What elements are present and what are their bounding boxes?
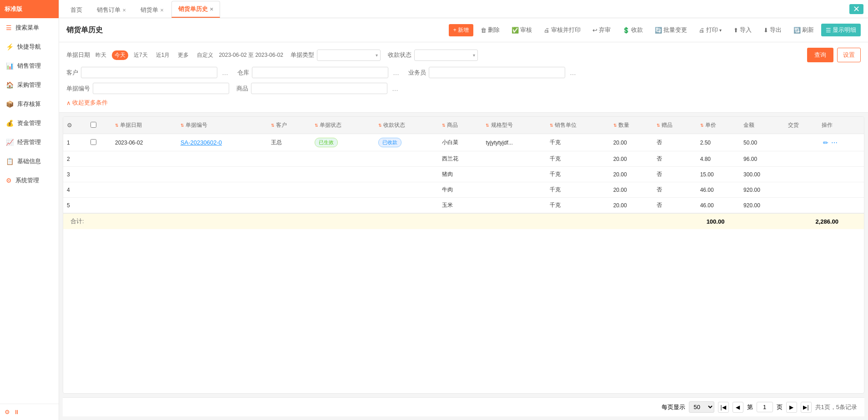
new-button[interactable]: + 新增	[449, 24, 473, 36]
goods-ellipsis-btn[interactable]: …	[390, 85, 400, 92]
tab-sales-delivery[interactable]: 销货单 ✕	[134, 2, 171, 18]
customer-input[interactable]	[81, 67, 217, 78]
cell-checkbox	[87, 182, 111, 198]
sidebar-item-operation[interactable]: 📈 经营管理	[0, 133, 59, 152]
export-button[interactable]: ⬇ 导出	[759, 24, 786, 36]
next-page-button[interactable]: ▶	[786, 402, 797, 413]
sort-unit-price-icon[interactable]: ⇅	[700, 123, 704, 128]
sort-customer-icon[interactable]: ⇅	[271, 123, 275, 128]
collect-button[interactable]: 💲 收款	[618, 24, 647, 36]
show-detail-button[interactable]: ☰ 显示明细	[821, 24, 861, 36]
table-gear-icon[interactable]: ⚙	[67, 122, 72, 129]
date-label: 单据日期	[66, 51, 90, 59]
cell-doc-no	[177, 182, 267, 198]
sort-spec-type-icon[interactable]: ⇅	[486, 123, 489, 128]
sort-quantity-icon[interactable]: ⇅	[613, 123, 617, 128]
select-all-checkbox[interactable]	[90, 122, 96, 128]
export-icon: ⬇	[763, 27, 768, 34]
sidebar-item-finance[interactable]: 💰 资金管理	[0, 114, 59, 133]
cell-unit-price: 4.80	[697, 151, 740, 167]
close-all-tabs-button[interactable]: ✕	[849, 4, 863, 14]
sort-goods-icon[interactable]: ⇅	[442, 123, 446, 128]
data-table: ⚙ ⇅ 单据日期 ⇅ 单据编号 ⇅ 客户 ⇅ 单据状态 ⇅ 收款状态 ⇅ 商品 …	[63, 117, 864, 213]
filter-doc-type-item: 单据类型	[291, 50, 381, 61]
goods-input[interactable]	[251, 83, 387, 94]
first-page-button[interactable]: |◀	[718, 402, 729, 413]
sort-doc-date-icon[interactable]: ⇅	[115, 123, 119, 128]
th-doc-no: ⇅ 单据编号	[177, 117, 267, 134]
batch-change-button[interactable]: 🔄 批量变更	[650, 24, 692, 36]
tab-sales-history[interactable]: 销货单历史 ✕	[171, 1, 220, 18]
sort-doc-no-icon[interactable]: ⇅	[181, 123, 184, 128]
tab-close-sales-history[interactable]: ✕	[210, 7, 213, 12]
collapse-filter-button[interactable]: ∧ 收起更多条件	[66, 99, 861, 107]
warehouse-ellipsis-btn[interactable]: …	[391, 69, 401, 76]
goods-label: 商品	[236, 85, 248, 93]
cell-collect-status	[375, 182, 438, 198]
date-btn-1month[interactable]: 近1月	[153, 50, 173, 60]
query-button[interactable]: 查询	[807, 48, 833, 62]
date-btn-today[interactable]: 今天	[112, 50, 128, 60]
customer-ellipsis-btn[interactable]: …	[220, 69, 230, 76]
th-goods: ⇅ 商品	[438, 117, 482, 134]
date-btn-yesterday[interactable]: 昨天	[93, 50, 109, 60]
sidebar-item-inventory[interactable]: 📦 库存核算	[0, 95, 59, 114]
date-btn-more[interactable]: 更多	[175, 50, 191, 60]
sidebar-item-shortcut[interactable]: ⚡ 快捷导航	[0, 37, 59, 56]
tab-close-sales-delivery[interactable]: ✕	[160, 8, 164, 13]
operation-icon: 📈	[6, 139, 14, 146]
cell-doc-status	[311, 182, 375, 198]
tab-sales-order[interactable]: 销售订单 ✕	[90, 2, 133, 18]
sidebar-item-basic[interactable]: 📋 基础信息	[0, 152, 59, 171]
docno-input[interactable]	[93, 83, 229, 94]
table-footer: 合计: 100.00 2,286.00	[63, 213, 864, 229]
sidebar-toggle-icon[interactable]: ⏸	[14, 409, 20, 415]
sidebar-item-search[interactable]: ☰ 搜索菜单	[0, 18, 59, 37]
sort-collect-status-icon[interactable]: ⇅	[378, 123, 382, 128]
cell-quantity: 20.00	[610, 167, 653, 182]
sidebar-settings-icon[interactable]: ⚙	[5, 409, 10, 415]
row-checkbox[interactable]	[90, 139, 96, 145]
more-action-icon[interactable]: ⋯	[831, 139, 838, 146]
sidebar-item-purchase[interactable]: 🏠 采购管理	[0, 75, 59, 95]
cell-collect-status	[375, 198, 438, 213]
sidebar-item-system[interactable]: ⚙ 系统管理	[0, 171, 59, 190]
doc-no-link[interactable]: SA-20230602-0	[181, 139, 222, 146]
discard-button[interactable]: ↩ 弃审	[588, 24, 615, 36]
cell-unit-price: 2.50	[697, 134, 740, 151]
set-button[interactable]: 设置	[837, 48, 861, 62]
sort-sales-unit-icon[interactable]: ⇅	[550, 123, 553, 128]
staff-ellipsis-btn[interactable]: …	[568, 69, 578, 76]
collect-status-select[interactable]	[414, 50, 478, 61]
page-word: 页	[777, 403, 783, 411]
filter-date-item: 单据日期 昨天 今天 近7天 近1月 更多 自定义 2023-06-02 至 2…	[66, 50, 283, 60]
date-btn-7days[interactable]: 近7天	[131, 50, 151, 60]
refresh-button[interactable]: 🔃 刷新	[789, 24, 818, 36]
print-button[interactable]: 🖨 打印 ▾	[694, 24, 726, 36]
sidebar-item-sales[interactable]: 📊 销售管理	[0, 56, 59, 75]
warehouse-input[interactable]	[252, 67, 388, 78]
review-button[interactable]: ✅ 审核	[507, 24, 537, 36]
edit-action-icon[interactable]: ✏	[823, 139, 828, 146]
doc-type-select[interactable]	[317, 50, 381, 61]
delete-button[interactable]: 🗑 删除	[476, 24, 504, 36]
tab-close-sales-order[interactable]: ✕	[122, 8, 126, 13]
staff-input[interactable]	[429, 67, 565, 78]
page-size-select[interactable]: 50 100	[689, 401, 714, 413]
table-body: 1 2023-06-02 SA-20230602-0 王总 已生效 已收款 小白…	[63, 134, 864, 213]
sort-doc-status-icon[interactable]: ⇅	[315, 123, 318, 128]
prev-page-button[interactable]: ◀	[733, 402, 743, 413]
filter-collect-status-item: 收款状态	[388, 50, 478, 61]
page-number-input[interactable]	[757, 402, 773, 412]
import-button[interactable]: ⬆ 导入	[729, 24, 756, 36]
footer-total-amount: 2,286.00	[815, 218, 838, 225]
cell-rownum: 5	[63, 198, 87, 213]
review-print-button[interactable]: 🖨 审核并打印	[539, 24, 585, 36]
cell-transaction	[784, 182, 818, 198]
date-btn-custom[interactable]: 自定义	[194, 50, 216, 60]
sort-gift-icon[interactable]: ⇅	[657, 123, 660, 128]
table-row: 3 猪肉 千克 20.00 否 15.00 300.00	[63, 167, 864, 182]
tab-home[interactable]: 首页	[64, 2, 89, 18]
last-page-button[interactable]: ▶|	[801, 402, 812, 413]
th-spec-type: ⇅ 规格型号	[482, 117, 546, 134]
